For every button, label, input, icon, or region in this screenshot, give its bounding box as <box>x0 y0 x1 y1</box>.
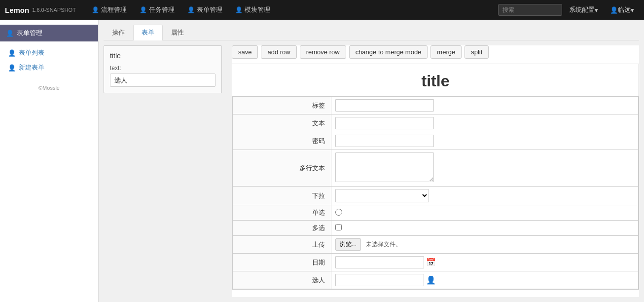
content-area: 操作 表单 属性 title text: save add row remove… <box>99 20 644 302</box>
nav-process[interactable]: 👤 流程管理 <box>86 0 133 20</box>
sidebar-header: 👤 表单管理 <box>0 25 98 41</box>
topnav-right: 系统配置 ▾ 👤 临远 ▾ <box>498 0 639 20</box>
merge-button[interactable]: merge <box>430 45 462 59</box>
date-wrap: 📅 <box>335 256 634 268</box>
table-row: 下拉 <box>233 187 639 205</box>
table-row: 多选 <box>233 221 639 236</box>
row-value <box>331 114 639 132</box>
nav-task[interactable]: 👤 任务管理 <box>134 0 180 20</box>
user-menu-button[interactable]: 👤 临远 ▾ <box>605 0 639 20</box>
dropdown-select[interactable] <box>335 189 429 202</box>
person-wrap: 👤 <box>335 274 634 286</box>
tab-operation[interactable]: 操作 <box>104 25 133 40</box>
table-row: 上传 浏览... 未选择文件。 <box>233 236 639 254</box>
properties-box: title text: <box>104 45 222 93</box>
new-icon: 👤 <box>8 64 16 72</box>
row-value: 👤 <box>331 271 639 289</box>
process-icon: 👤 <box>92 6 99 13</box>
row-label: 下拉 <box>233 187 331 205</box>
form-preview: title 标签 文本 <box>232 64 639 290</box>
tab-form[interactable]: 表单 <box>133 25 163 40</box>
row-value: 📅 <box>331 254 639 271</box>
main-layout: 👤 表单管理 👤 表单列表 👤 新建表单 ©Mossle 操作 表单 属性 ti… <box>0 20 644 302</box>
password-input[interactable] <box>335 135 434 147</box>
form-title: title <box>232 64 639 96</box>
row-label: 文本 <box>233 114 331 132</box>
change-merge-mode-button[interactable]: change to merge mode <box>349 45 428 59</box>
table-row: 标签 <box>233 97 639 114</box>
sidebar-item-list[interactable]: 👤 表单列表 <box>0 45 98 60</box>
file-text: 未选择文件。 <box>366 241 401 248</box>
row-label: 选人 <box>233 271 331 289</box>
nav-form[interactable]: 👤 表单管理 <box>181 0 228 20</box>
row-label: 多选 <box>233 221 331 236</box>
checkbox-input[interactable] <box>335 224 342 230</box>
radio-input[interactable] <box>335 209 342 216</box>
table-row: 文本 <box>233 114 639 132</box>
split-button[interactable]: split <box>465 45 489 59</box>
remove-row-button[interactable]: remove row <box>300 45 346 59</box>
label-input[interactable] <box>335 99 434 112</box>
row-value <box>331 187 639 205</box>
sidebar-title: 表单管理 <box>17 29 42 38</box>
row-label: 密码 <box>233 132 331 150</box>
form-table: 标签 文本 <box>232 96 639 289</box>
sidebar: 👤 表单管理 👤 表单列表 👤 新建表单 ©Mossle <box>0 20 99 302</box>
row-label: 日期 <box>233 254 331 271</box>
row-label: 多行文本 <box>233 150 331 187</box>
topnav: Lemon 1.6.0-SNAPSHOT 👤 流程管理 👤 任务管理 👤 表单管… <box>0 0 644 20</box>
sidebar-list-label: 表单列表 <box>19 48 44 57</box>
row-label: 单选 <box>233 205 331 221</box>
table-row: 日期 📅 <box>233 254 639 271</box>
tabs-row: 操作 表单 属性 <box>104 25 639 40</box>
textarea-input[interactable] <box>335 152 434 182</box>
topnav-menu: 👤 流程管理 👤 任务管理 👤 表单管理 👤 模块管理 <box>86 0 498 20</box>
copyright: ©Mossle <box>0 75 98 101</box>
calendar-icon[interactable]: 📅 <box>426 258 436 267</box>
date-input[interactable] <box>335 256 424 268</box>
file-browse-button[interactable]: 浏览... <box>335 238 361 251</box>
row-label: 上传 <box>233 236 331 254</box>
search-input[interactable] <box>498 4 562 16</box>
row-value <box>331 97 639 114</box>
prop-text-input[interactable] <box>110 74 215 87</box>
person-select-icon[interactable]: 👤 <box>426 275 436 285</box>
sidebar-item-new[interactable]: 👤 新建表单 <box>0 60 98 75</box>
tab-properties[interactable]: 属性 <box>163 25 192 40</box>
save-button[interactable]: save <box>232 45 258 59</box>
text-input[interactable] <box>335 117 434 129</box>
prop-text-label: text: <box>110 65 215 72</box>
row-value <box>331 221 639 236</box>
row-label: 标签 <box>233 97 331 114</box>
right-panel: save add row remove row change to merge … <box>232 45 639 297</box>
toolbar: save add row remove row change to merge … <box>232 45 639 59</box>
row-value <box>331 132 639 150</box>
list-icon: 👤 <box>8 49 16 57</box>
prop-title: title <box>110 52 215 60</box>
form-icon: 👤 <box>187 6 195 13</box>
sidebar-new-label: 新建表单 <box>19 63 44 72</box>
brand-version: 1.6.0-SNAPSHOT <box>32 7 76 13</box>
left-panel: title text: <box>104 45 222 297</box>
module-icon: 👤 <box>235 6 243 13</box>
person-input[interactable] <box>335 274 424 286</box>
row-value <box>331 150 639 187</box>
add-row-button[interactable]: add row <box>261 45 296 59</box>
system-config-button[interactable]: 系统配置 ▾ <box>564 0 603 20</box>
table-row: 单选 <box>233 205 639 221</box>
brand-name: Lemon <box>5 6 29 14</box>
table-row: 选人 👤 <box>233 271 639 289</box>
nav-module[interactable]: 👤 模块管理 <box>229 0 276 20</box>
row-value <box>331 205 639 221</box>
table-row: 密码 <box>233 132 639 150</box>
sidebar-header-icon: 👤 <box>6 30 14 37</box>
task-icon: 👤 <box>140 6 147 13</box>
table-row: 多行文本 <box>233 150 639 187</box>
row-value: 浏览... 未选择文件。 <box>331 236 639 254</box>
select-wrap <box>335 189 634 202</box>
